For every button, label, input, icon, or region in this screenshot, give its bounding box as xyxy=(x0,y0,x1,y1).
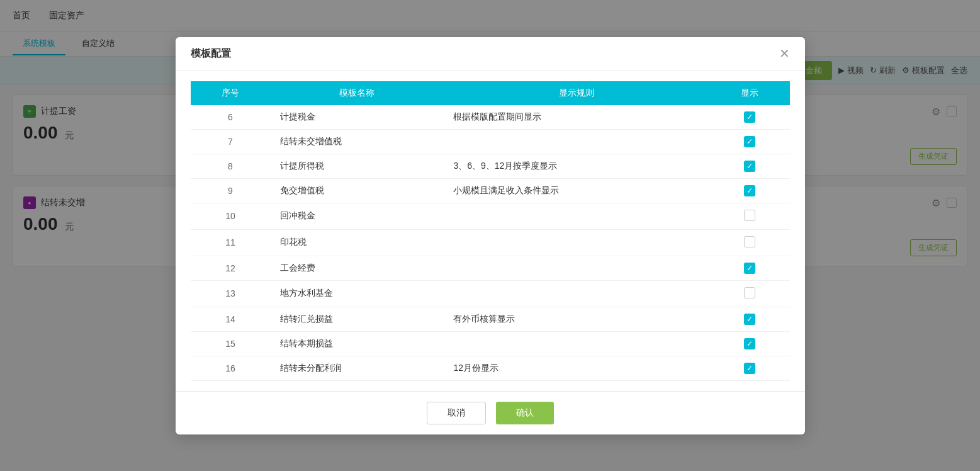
cell-rule-2: 3、6、9、12月按季度显示 xyxy=(443,154,709,178)
cell-rule-0: 根据模版配置期间显示 xyxy=(443,105,709,130)
cell-checkbox-9[interactable]: ✓ xyxy=(710,331,790,356)
col-header-rule: 显示规则 xyxy=(443,81,709,105)
cell-checkbox-5[interactable] xyxy=(710,229,790,256)
cell-no-3: 9 xyxy=(191,178,271,203)
cell-rule-8: 有外币核算显示 xyxy=(443,307,709,331)
table-row: 14结转汇兑损益有外币核算显示✓ xyxy=(191,307,790,331)
modal-title: 模板配置 xyxy=(191,47,231,60)
cell-name-3: 免交增值税 xyxy=(270,178,443,203)
table-row: 6计提税金根据模版配置期间显示✓ xyxy=(191,105,790,130)
checkbox-checked-10[interactable]: ✓ xyxy=(744,363,755,374)
cell-checkbox-0[interactable]: ✓ xyxy=(710,105,790,130)
col-header-no: 序号 xyxy=(191,81,271,105)
cell-name-6: 工会经费 xyxy=(270,256,443,280)
table-row: 8计提所得税3、6、9、12月按季度显示✓ xyxy=(191,154,790,178)
cell-name-8: 结转汇兑损益 xyxy=(270,307,443,331)
cell-no-7: 13 xyxy=(191,280,271,307)
table-row: 16结转未分配利润12月份显示✓ xyxy=(191,356,790,380)
cell-checkbox-3[interactable]: ✓ xyxy=(710,178,790,203)
cell-no-9: 15 xyxy=(191,331,271,356)
cell-no-4: 10 xyxy=(191,203,271,229)
cell-no-1: 7 xyxy=(191,129,271,154)
cell-rule-7 xyxy=(443,280,709,307)
checkbox-checked-0[interactable]: ✓ xyxy=(744,111,755,123)
modal-close-button[interactable]: ✕ xyxy=(779,47,790,60)
cell-rule-9 xyxy=(443,331,709,356)
cell-no-6: 12 xyxy=(191,256,271,280)
modal-header: 模板配置 ✕ xyxy=(176,37,805,71)
cancel-button[interactable]: 取消 xyxy=(427,402,486,424)
cell-rule-5 xyxy=(443,229,709,256)
cell-checkbox-7[interactable] xyxy=(710,280,790,307)
col-header-name: 模板名称 xyxy=(270,81,443,105)
cell-no-0: 6 xyxy=(191,105,271,130)
cell-rule-1 xyxy=(443,129,709,154)
template-config-modal: 模板配置 ✕ 序号 模板名称 显示规则 显示 6 xyxy=(176,37,805,434)
cell-name-10: 结转未分配利润 xyxy=(270,356,443,380)
table-row: 10回冲税金 xyxy=(191,203,790,229)
cell-rule-6 xyxy=(443,256,709,280)
modal-overlay: 模板配置 ✕ 序号 模板名称 显示规则 显示 6 xyxy=(0,0,980,471)
modal-body: 序号 模板名称 显示规则 显示 6计提税金根据模版配置期间显示✓7结转未交增值税… xyxy=(176,71,805,391)
cell-checkbox-1[interactable]: ✓ xyxy=(710,129,790,154)
table-header-row: 序号 模板名称 显示规则 显示 xyxy=(191,81,790,105)
checkbox-checked-6[interactable]: ✓ xyxy=(744,263,755,274)
table-row: 15结转本期损益✓ xyxy=(191,331,790,356)
cell-checkbox-6[interactable]: ✓ xyxy=(710,256,790,280)
cell-no-5: 11 xyxy=(191,229,271,256)
col-header-display: 显示 xyxy=(710,81,790,105)
checkbox-checked-8[interactable]: ✓ xyxy=(744,314,755,325)
table-scroll-container[interactable]: 序号 模板名称 显示规则 显示 6计提税金根据模版配置期间显示✓7结转未交增值税… xyxy=(191,81,790,381)
cell-no-2: 8 xyxy=(191,154,271,178)
cell-no-10: 16 xyxy=(191,356,271,380)
cell-name-0: 计提税金 xyxy=(270,105,443,130)
cell-name-4: 回冲税金 xyxy=(270,203,443,229)
cell-rule-3: 小规模且满足收入条件显示 xyxy=(443,178,709,203)
cell-checkbox-2[interactable]: ✓ xyxy=(710,154,790,178)
checkbox-checked-9[interactable]: ✓ xyxy=(744,338,755,349)
checkbox-checked-2[interactable]: ✓ xyxy=(744,161,755,172)
cell-name-2: 计提所得税 xyxy=(270,154,443,178)
cell-no-8: 14 xyxy=(191,307,271,331)
cell-name-7: 地方水利基金 xyxy=(270,280,443,307)
cell-name-5: 印花税 xyxy=(270,229,443,256)
cell-name-9: 结转本期损益 xyxy=(270,331,443,356)
table-row: 11印花税 xyxy=(191,229,790,256)
table-row: 7结转未交增值税✓ xyxy=(191,129,790,154)
cell-rule-4 xyxy=(443,203,709,229)
checkbox-checked-3[interactable]: ✓ xyxy=(744,185,755,196)
modal-footer: 取消 确认 xyxy=(176,391,805,434)
config-table: 序号 模板名称 显示规则 显示 6计提税金根据模版配置期间显示✓7结转未交增值税… xyxy=(191,81,790,381)
cell-checkbox-4[interactable] xyxy=(710,203,790,229)
confirm-button[interactable]: 确认 xyxy=(496,402,554,424)
checkbox-unchecked-4[interactable] xyxy=(744,210,755,221)
table-row: 13地方水利基金 xyxy=(191,280,790,307)
cell-rule-10: 12月份显示 xyxy=(443,356,709,380)
table-row: 9免交增值税小规模且满足收入条件显示✓ xyxy=(191,178,790,203)
cell-checkbox-8[interactable]: ✓ xyxy=(710,307,790,331)
cell-checkbox-10[interactable]: ✓ xyxy=(710,356,790,380)
checkbox-unchecked-7[interactable] xyxy=(744,287,755,298)
cell-name-1: 结转未交增值税 xyxy=(270,129,443,154)
table-row: 12工会经费✓ xyxy=(191,256,790,280)
checkbox-unchecked-5[interactable] xyxy=(744,236,755,247)
checkbox-checked-1[interactable]: ✓ xyxy=(744,136,755,147)
table-body: 6计提税金根据模版配置期间显示✓7结转未交增值税✓8计提所得税3、6、9、12月… xyxy=(191,105,790,381)
